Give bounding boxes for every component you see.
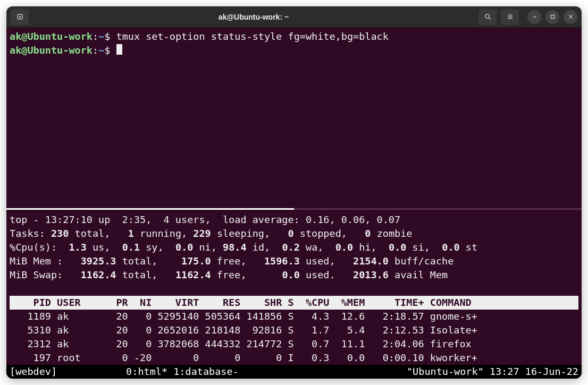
tmux-pane-top[interactable]: ak@Ubuntu-work:~$ tmux set-option status… <box>6 28 582 57</box>
svg-point-3 <box>485 14 489 19</box>
prompt-end: $ <box>104 45 110 56</box>
top-tasks-line: Tasks: 230 total, 1 running, 229 sleepin… <box>10 227 578 241</box>
command-text: tmux set-option status-style fg=white,bg… <box>116 31 389 42</box>
top-mem-line: MiB Mem : 3925.3 total, 175.0 free, 1596… <box>10 254 578 268</box>
top-swap-line: MiB Swap: 1162.4 total, 1162.4 free, 0.0… <box>10 268 578 282</box>
prompt-user: ak@Ubuntu-work <box>10 31 93 42</box>
prompt-end: $ <box>104 31 110 42</box>
top-header-row: PID USER PR NI VIRT RES SHR S %CPU %MEM … <box>10 296 578 310</box>
maximize-button[interactable] <box>545 10 559 24</box>
status-session-name: [webdev] <box>10 365 57 379</box>
pane-fill <box>6 57 582 208</box>
prompt-user: ak@Ubuntu-work <box>10 45 93 56</box>
close-button[interactable] <box>564 10 577 24</box>
process-row: 2312 ak 20 0 3782068 444332 214772 S 0.7… <box>10 337 578 351</box>
terminal-window: ak@Ubuntu-work: ~ ak@Ubuntu-work:~$ tmux… <box>6 6 582 379</box>
shell-line: ak@Ubuntu-work:~$ tmux set-option status… <box>10 30 578 44</box>
process-row: 1189 ak 20 0 5295140 505364 141856 S 4.3… <box>10 310 578 323</box>
prompt-sep: : <box>93 31 98 42</box>
prompt-path: ~ <box>98 45 104 56</box>
status-window-list: 0:html* 1:database- <box>57 365 407 379</box>
blank-line <box>10 282 578 296</box>
svg-line-4 <box>489 18 490 19</box>
cursor <box>116 44 122 55</box>
svg-rect-9 <box>551 15 554 18</box>
titlebar: ak@Ubuntu-work: ~ <box>6 6 582 28</box>
top-uptime-line: top - 13:27:10 up 2:35, 4 users, load av… <box>10 213 578 227</box>
prompt-sep: : <box>93 45 98 56</box>
tmux-pane-bottom[interactable]: top - 13:27:10 up 2:35, 4 users, load av… <box>6 210 582 365</box>
tmux-status-bar: [webdev] 0:html* 1:database- "Ubuntu-wor… <box>6 365 582 379</box>
terminal-body[interactable]: ak@Ubuntu-work:~$ tmux set-option status… <box>6 28 582 379</box>
search-button[interactable] <box>478 9 497 25</box>
menu-button[interactable] <box>501 9 519 25</box>
new-tab-button[interactable] <box>11 9 29 25</box>
shell-line: ak@Ubuntu-work:~$ <box>10 44 578 57</box>
status-right: "Ubuntu-work" 13:27 16-Jun-22 <box>407 365 578 379</box>
prompt-path: ~ <box>98 31 104 42</box>
top-cpu-line: %Cpu(s): 1.3 us, 0.1 sy, 0.0 ni, 98.4 id… <box>10 241 578 254</box>
process-row: 5310 ak 20 0 2652016 218148 92816 S 1.7 … <box>10 323 578 337</box>
minimize-button[interactable] <box>527 10 541 24</box>
process-row: 197 root 0 -20 0 0 0 I 0.3 0.0 0:00.10 k… <box>10 351 578 365</box>
window-title: ak@Ubuntu-work: ~ <box>33 13 474 21</box>
